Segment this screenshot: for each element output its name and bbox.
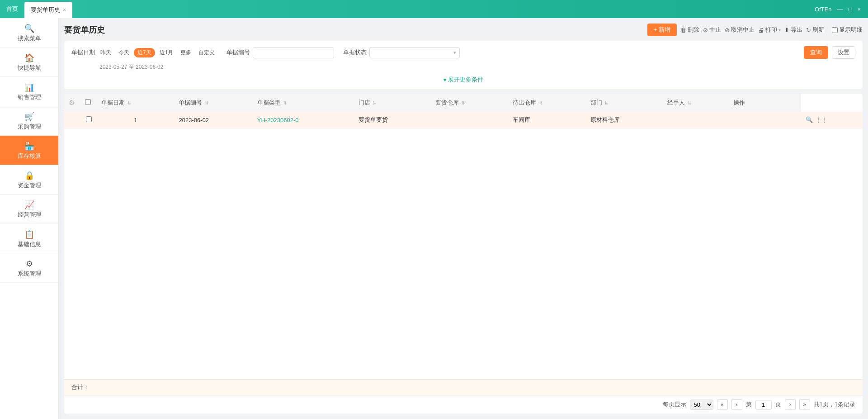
sort-reqwh-icon[interactable]: ⇅ <box>461 100 465 105</box>
topbar: 首页 要货单历史 × OfTEn — □ × <box>0 0 868 18</box>
delete-icon: 🗑 <box>680 27 686 33</box>
tab-active[interactable]: 要货单历史 × <box>24 2 72 18</box>
print-icon: 🖨 <box>758 27 764 33</box>
sidebar-item-purchase[interactable]: 🛒 采购管理 <box>0 106 58 136</box>
summary-label: 合计： <box>71 383 89 391</box>
sidebar-item-search-menu[interactable]: 🔍 搜索菜单 <box>0 18 58 48</box>
toolbar: + 新增 🗑 删除 ⊘ 中止 ⊘ 取消中止 🖨 打印 ▾ <box>647 24 863 36</box>
sort-store-icon[interactable]: ⇅ <box>373 100 376 105</box>
status-filter: 单据状态 <box>343 47 460 58</box>
col-settings[interactable]: ⚙ <box>64 94 80 112</box>
shortcut-custom[interactable]: 自定义 <box>196 48 217 57</box>
cell-action: 🔍 ⋮⋮ <box>801 112 863 128</box>
table-settings-icon[interactable]: ⚙ <box>69 99 75 106</box>
sort-dept-icon[interactable]: ⇅ <box>604 100 608 105</box>
window-close-btn[interactable]: × <box>857 6 861 13</box>
row-checkbox[interactable] <box>80 112 97 128</box>
summary-row: 合计： <box>64 379 863 395</box>
search-icon: 🔍 <box>24 24 34 33</box>
order-no-filter: 单据编号 <box>226 47 334 58</box>
add-button[interactable]: + 新增 <box>647 24 677 36</box>
sidebar-label-inventory: 库存核算 <box>18 152 41 160</box>
sidebar-label-finance: 资金管理 <box>18 181 41 190</box>
th-req-warehouse: 要货仓库 ⇅ <box>431 94 508 112</box>
expand-icon: ▾ <box>443 76 447 83</box>
th-date: 单据日期 ⇅ <box>97 94 174 112</box>
tab-close-icon[interactable]: × <box>63 7 66 13</box>
print-button[interactable]: 🖨 打印 ▾ <box>758 26 781 34</box>
tab-home[interactable]: 首页 <box>0 0 24 18</box>
prev-page-btn[interactable]: ‹ <box>731 399 742 410</box>
cell-type: 要货单要货 <box>354 112 431 128</box>
more-action-icon[interactable]: ⋮⋮ <box>816 116 827 123</box>
sort-type-icon[interactable]: ⇅ <box>283 100 287 105</box>
sidebar-item-operation[interactable]: 📈 经营管理 <box>0 195 58 224</box>
date-shortcuts: 昨天 今天 近7天 近1月 更多 自定义 <box>98 48 217 57</box>
status-select[interactable] <box>369 47 460 58</box>
date-filter: 单据日期 昨天 今天 近7天 近1月 更多 自定义 <box>71 48 217 57</box>
trend-icon: 📈 <box>24 201 34 209</box>
col-checkbox[interactable] <box>80 94 97 112</box>
sidebar-label-system: 系统管理 <box>18 270 41 278</box>
content-area: 要货单历史 + 新增 🗑 删除 ⊘ 中止 ⊘ 取消中止 🖨 打印 <box>59 18 868 419</box>
stop-button[interactable]: ⊘ 中止 <box>703 26 721 34</box>
th-department: 部门 ⇅ <box>586 94 663 112</box>
per-page-label: 每页显示 <box>663 400 686 409</box>
shortcut-yesterday[interactable]: 昨天 <box>98 48 114 57</box>
status-label: 单据状态 <box>343 48 367 57</box>
clipboard-icon: 📋 <box>24 230 34 238</box>
status-select-wrapper <box>369 47 460 58</box>
expand-more-btn[interactable]: ▾ 展开更多条件 <box>443 76 483 84</box>
main-layout: 🔍 搜索菜单 🏠 快捷导航 📊 销售管理 🛒 采购管理 🏪 库存核算 🔒 资金管… <box>0 18 868 419</box>
sidebar-item-finance[interactable]: 🔒 资金管理 <box>0 165 58 195</box>
shortcut-today[interactable]: 今天 <box>116 48 132 57</box>
cell-order-no[interactable]: YH-20230602-0 <box>253 112 354 128</box>
show-detail-input[interactable] <box>832 27 838 33</box>
cell-pending-warehouse: 原材料仓库 <box>586 112 663 128</box>
select-all-checkbox[interactable] <box>85 99 91 105</box>
cell-date: 2023-06-02 <box>174 112 252 128</box>
settings-filter-button[interactable]: 设置 <box>832 46 855 59</box>
sidebar-label-basic: 基础信息 <box>18 240 41 248</box>
sidebar-item-sales[interactable]: 📊 销售管理 <box>0 77 58 106</box>
last-page-btn[interactable]: » <box>799 399 810 410</box>
export-button[interactable]: ⬇ 导出 <box>784 26 802 34</box>
shortcut-7days[interactable]: 近7天 <box>134 48 155 57</box>
view-action-icon[interactable]: 🔍 <box>806 116 813 123</box>
sort-date-icon[interactable]: ⇅ <box>127 100 131 105</box>
next-page-btn[interactable]: › <box>785 399 796 410</box>
pagination-bar: 每页显示 102050100 « ‹ 第 页 › » 共1页，1条记录 <box>64 395 863 414</box>
cancel-stop-button[interactable]: ⊘ 取消中止 <box>725 26 755 34</box>
page-input[interactable] <box>755 400 772 409</box>
cell-num: 1 <box>97 112 174 128</box>
query-button[interactable]: 查询 <box>804 46 828 59</box>
maximize-btn[interactable]: □ <box>849 6 852 13</box>
sort-handler-icon[interactable]: ⇅ <box>688 100 691 105</box>
cell-store <box>431 112 508 128</box>
show-detail-checkbox[interactable]: 显示明细 <box>832 26 863 34</box>
refresh-button[interactable]: ↻ 刷新 <box>806 26 824 34</box>
print-dropdown-icon: ▾ <box>778 28 781 33</box>
filter-row-main: 单据日期 昨天 今天 近7天 近1月 更多 自定义 单据编号 <box>71 46 855 59</box>
first-page-btn[interactable]: « <box>717 399 728 410</box>
table-scroll[interactable]: ⚙ 单据日期 ⇅ 单据编号 ⇅ <box>64 94 863 379</box>
per-page-select[interactable]: 102050100 <box>690 400 713 410</box>
stop-icon: ⊘ <box>703 27 708 33</box>
date-range-text: 2023-05-27 至 2023-06-02 <box>99 63 163 71</box>
shortcut-more[interactable]: 更多 <box>178 48 194 57</box>
page-title-row: 要货单历史 + 新增 🗑 删除 ⊘ 中止 ⊘ 取消中止 🖨 打印 <box>64 24 863 36</box>
sidebar-item-basic[interactable]: 📋 基础信息 <box>0 224 58 253</box>
minimize-btn[interactable]: — <box>837 6 843 13</box>
shortcut-1month[interactable]: 近1月 <box>157 48 176 57</box>
order-no-input[interactable] <box>253 47 334 58</box>
delete-button[interactable]: 🗑 删除 <box>680 26 699 34</box>
sort-pendingwh-icon[interactable]: ⇅ <box>539 100 542 105</box>
lock-icon: 🔒 <box>24 171 34 180</box>
sidebar-item-inventory[interactable]: 🏪 库存核算 <box>0 136 58 165</box>
order-no-link[interactable]: YH-20230602-0 <box>257 117 299 124</box>
sort-orderno-icon[interactable]: ⇅ <box>205 100 208 105</box>
th-type: 单据类型 ⇅ <box>253 94 354 112</box>
sidebar-item-system[interactable]: ⚙ 系统管理 <box>0 253 58 283</box>
sidebar-item-quick-nav[interactable]: 🏠 快捷导航 <box>0 48 58 77</box>
th-handler: 经手人 ⇅ <box>663 94 728 112</box>
